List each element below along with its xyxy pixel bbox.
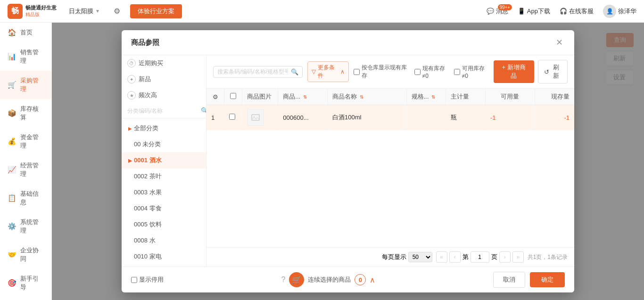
- warehouse-stock-checkbox[interactable]: [354, 69, 360, 75]
- row-checkbox: [224, 105, 242, 130]
- prev-page-button[interactable]: ‹: [449, 251, 461, 263]
- phone-icon: 📱: [518, 8, 525, 15]
- refresh-button[interactable]: ↺ 刷新: [538, 60, 568, 83]
- chevron-down-icon: ▼: [95, 8, 100, 14]
- page-number-input[interactable]: [471, 251, 489, 263]
- th-product-image: 商品图片: [242, 89, 278, 105]
- inventory-icon: 📦: [8, 109, 17, 117]
- sidebar-item-collab[interactable]: 🤝 企业协同: [0, 241, 51, 269]
- page-navigation: « ‹ 第 页 › »: [436, 251, 524, 263]
- avail-nonzero-checkbox[interactable]: [454, 69, 460, 75]
- modal-close-button[interactable]: ✕: [553, 37, 565, 48]
- frequent-link[interactable]: ★ 频次高: [122, 87, 206, 103]
- sidebar-item-system[interactable]: ⚙️ 系统管理: [0, 212, 51, 241]
- category-all[interactable]: ▶ 全部分类: [122, 120, 206, 136]
- th-product-name: 商品名称 ⇅: [327, 89, 406, 105]
- online-service-button[interactable]: 🎧 在线客服: [560, 7, 594, 16]
- column-settings-icon[interactable]: ⚙: [213, 93, 218, 100]
- category-search-icon[interactable]: 🔍: [201, 107, 206, 114]
- question-icon[interactable]: ?: [281, 275, 286, 284]
- row-avail: -1: [486, 105, 535, 130]
- th-unit: 主计量: [446, 89, 486, 105]
- trial-button[interactable]: 体验行业方案: [130, 4, 182, 18]
- recent-purchase-link[interactable]: ⏱ 近期购买: [122, 55, 206, 71]
- category-0010[interactable]: 0010 家电: [122, 249, 206, 265]
- sidebar-item-inventory[interactable]: 📦 库存核算: [0, 99, 51, 127]
- sidebar-item-home[interactable]: 🏠 首页: [0, 23, 51, 42]
- toolbar-right: + 新增商品 ↺ 刷新: [494, 60, 568, 83]
- more-filters-button[interactable]: ▽ 更多条件 ∧: [307, 61, 349, 82]
- row-name: 白酒100ml: [327, 105, 406, 130]
- next-page-button[interactable]: ›: [499, 251, 511, 263]
- cancel-button[interactable]: 取消: [493, 272, 525, 288]
- th-stock: 现存量: [535, 89, 574, 105]
- sidebar-item-purchase[interactable]: 🛒 采购管理: [0, 71, 51, 99]
- category-0001[interactable]: ▶ 0001 酒水: [122, 152, 206, 168]
- category-0004[interactable]: 0004 零食: [122, 200, 206, 217]
- module-selector[interactable]: 日太阳膜 ▼: [65, 5, 104, 17]
- product-table-wrap: ⚙ 商品图片: [206, 89, 574, 247]
- category-search-input[interactable]: [127, 108, 198, 114]
- app-download-button[interactable]: 📱 App下载: [518, 7, 550, 16]
- show-disabled-checkbox[interactable]: [131, 277, 137, 283]
- sidebar-item-basic[interactable]: 📋 基础信息: [0, 184, 51, 212]
- product-reference-modal: 商品参照 ✕ ⏱ 近期购买 ✦: [122, 30, 574, 292]
- modal-header: 商品参照 ✕: [122, 30, 574, 55]
- sidebar-item-apps[interactable]: 📱 应用中心: [0, 297, 51, 300]
- sidebar-item-guide[interactable]: 🎯 新手引导: [0, 269, 51, 297]
- stock-nonzero-filter[interactable]: 现有库存≠0: [414, 65, 449, 79]
- finance-icon: 💰: [8, 137, 17, 146]
- sidebar-item-business[interactable]: 📈 经营管理: [0, 156, 51, 184]
- sidebar-item-finance[interactable]: 💰 资金管理: [0, 127, 51, 156]
- clock-icon: ⏱: [127, 59, 136, 67]
- modal-body: ⏱ 近期购买 ✦ 新品 ★ 频次高: [122, 55, 574, 267]
- category-0005[interactable]: 0005 饮料: [122, 217, 206, 233]
- category-00[interactable]: 00 未分类: [122, 136, 206, 152]
- logo-text: 畅捷通好生意 精品版: [25, 4, 57, 18]
- user-menu[interactable]: 👤 徐泽华: [603, 5, 636, 18]
- product-search-input[interactable]: [217, 68, 288, 75]
- new-product-link[interactable]: ✦ 新品: [122, 71, 206, 87]
- th-select-all: [224, 89, 242, 105]
- collapse-up-icon[interactable]: ∧: [370, 275, 375, 284]
- left-sidebar: 🏠 首页 📊 销售管理 🛒 采购管理 📦 库存核算 💰 资金管理 📈 经营管理 …: [0, 23, 52, 300]
- avatar: 👤: [603, 5, 616, 18]
- messages-button[interactable]: 💬 消息 99++: [487, 7, 508, 16]
- message-badge: 99++: [498, 4, 512, 10]
- sidebar-item-sales[interactable]: 📊 销售管理: [0, 42, 51, 71]
- row-num: 1: [206, 105, 224, 130]
- page-size-select[interactable]: 20 50 100: [408, 252, 432, 262]
- selected-count-badge: 0: [355, 274, 366, 285]
- refresh-icon: ↺: [544, 68, 549, 75]
- settings-icon[interactable]: ⚙: [109, 4, 124, 19]
- panel-collapse-button[interactable]: 《: [206, 149, 206, 173]
- row-code: 000600...: [278, 105, 328, 130]
- avail-nonzero-filter[interactable]: 可用库存≠0: [454, 65, 489, 79]
- chevron-up-icon: ∧: [340, 68, 345, 75]
- select-all-checkbox[interactable]: [230, 93, 236, 99]
- category-search-box: 🔍: [122, 103, 206, 118]
- nav-right: 💬 消息 99++ 📱 App下载 🎧 在线客服 👤 徐泽华: [487, 5, 636, 18]
- product-panel: 🔍 ▽ 更多条件 ∧ 按仓库显示现有库存: [206, 55, 574, 267]
- page-size-selector: 每页显示 20 50 100: [382, 252, 432, 262]
- category-0002[interactable]: 0002 茶叶: [122, 168, 206, 184]
- stock-nonzero-checkbox[interactable]: [414, 69, 421, 75]
- confirm-button[interactable]: 确定: [530, 272, 565, 287]
- last-page-button[interactable]: »: [512, 251, 524, 263]
- cart-icon[interactable]: 🛒: [289, 272, 304, 287]
- table-header-row: ⚙ 商品图片: [206, 89, 574, 105]
- category-0003[interactable]: 0003 水果: [122, 184, 206, 200]
- row-image: [242, 105, 278, 130]
- row-select-checkbox[interactable]: [229, 114, 235, 120]
- warehouse-stock-filter[interactable]: 按仓库显示现有库存: [354, 64, 409, 80]
- table-row[interactable]: 1: [206, 105, 574, 130]
- category-0008[interactable]: 0008 水: [122, 233, 206, 249]
- home-icon: 🏠: [8, 28, 17, 37]
- add-product-button[interactable]: + 新增商品: [494, 60, 534, 83]
- logo-icon: 畅: [8, 4, 23, 19]
- product-search-icon[interactable]: 🔍: [291, 68, 298, 75]
- top-nav: 畅 畅捷通好生意 精品版 日太阳膜 ▼ ⚙ 体验行业方案 💬 消息 99++ 📱…: [0, 0, 644, 23]
- show-disabled-label[interactable]: 显示停用: [131, 275, 164, 284]
- product-image: [247, 109, 264, 126]
- first-page-button[interactable]: «: [436, 251, 447, 263]
